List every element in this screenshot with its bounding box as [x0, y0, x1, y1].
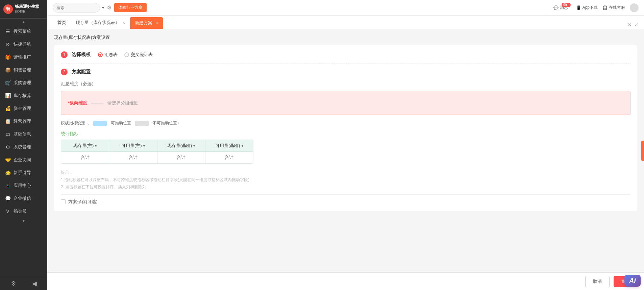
tab-inventory-status[interactable]: 现存量（库存状况表） ✕: [71, 17, 130, 29]
inventory-icon: 📊: [5, 93, 11, 99]
sidebar-item-marketing[interactable]: 🎁 营销推广: [0, 51, 47, 64]
enterprise-wx-icon: 💬: [5, 195, 11, 201]
tab-new-plan[interactable]: 新建方案 ✕: [130, 17, 163, 29]
collapse-icon[interactable]: ◀: [32, 280, 37, 287]
dim-placeholder: 请选择分组维度: [107, 100, 138, 106]
quick-nav-icon: ⊙: [5, 41, 11, 47]
stats-col-0-label: 现存量(主): [73, 143, 94, 149]
app-center-icon: 📱: [5, 183, 11, 189]
app-version: 标准版: [15, 9, 39, 14]
topbar: ▾ ⚙ 体验行业方案 💬 消息 99+ 📱 App下载 🎧 在线客服: [47, 0, 644, 16]
step2-header-row: 2 方案配置: [61, 69, 630, 75]
save-row: 方案保存(可选): [61, 194, 630, 205]
finance-icon: 💰: [5, 105, 11, 112]
dim-separator: ——: [91, 99, 103, 106]
draggable-label: 可拖动位置: [111, 120, 131, 126]
stats-col-2-label: 现存量(基辅): [167, 143, 192, 149]
message-badge: 99+: [562, 3, 571, 7]
app-logo: 畅 畅康通好生意 标准版: [0, 0, 47, 19]
save-label: 方案保存(可选): [68, 199, 98, 205]
radio-cross[interactable]: 交叉统计表: [124, 52, 153, 58]
stats-col-1-dropdown[interactable]: ▾: [143, 144, 145, 148]
dimension-selector[interactable]: *纵向维度 —— 请选择分组维度: [61, 91, 630, 115]
sidebar: 畅 畅康通好生意 标准版 ▲ ☰ 搜索菜单 ⊙ 快捷导航 🎁 营销推广 📦 销售…: [0, 0, 47, 290]
gear-icon[interactable]: ⚙: [107, 4, 112, 11]
avatar[interactable]: [630, 3, 639, 12]
sidebar-item-app-center[interactable]: 📱 应用中心: [0, 179, 47, 192]
settings-icon[interactable]: ⚙: [11, 280, 16, 287]
stats-cell-1: 合计: [109, 152, 157, 163]
download-icon: 📱: [576, 5, 581, 10]
vip-icon: V: [5, 208, 11, 214]
right-scroll-handle[interactable]: [641, 141, 644, 161]
search-input[interactable]: [53, 3, 100, 13]
sidebar-item-enterprise-wx[interactable]: 💬 企业微信: [0, 192, 47, 205]
stats-col-0-dropdown[interactable]: ▾: [95, 144, 97, 148]
sidebar-scroll-down[interactable]: ▼: [0, 218, 47, 224]
stats-col-3-dropdown[interactable]: ▾: [242, 144, 243, 148]
sidebar-scroll-up[interactable]: ▲: [0, 19, 47, 25]
search-dropdown-btn[interactable]: ▾: [102, 5, 104, 10]
operations-icon: 📋: [5, 118, 11, 124]
stats-col-1-label: 可用量(主): [121, 143, 142, 149]
stats-cell-2: 合计: [157, 152, 205, 163]
industry-btn[interactable]: 体验行业方案: [114, 3, 147, 12]
stats-cell-0: 合计: [61, 152, 109, 163]
stats-col-0: 现存量(主) ▾: [61, 140, 109, 151]
sidebar-item-vip[interactable]: V 畅会员: [0, 205, 47, 218]
topbar-search-area: ▾: [53, 3, 104, 13]
step1-label: 选择模板: [72, 52, 91, 58]
app-name: 畅康通好生意: [15, 4, 39, 9]
main-area: ▾ ⚙ 体验行业方案 💬 消息 99+ 📱 App下载 🎧 在线客服 首页: [47, 0, 644, 290]
sidebar-item-basic-info[interactable]: 🗂 基础信息: [0, 128, 47, 141]
sidebar-item-purchase[interactable]: 🛒 采购管理: [0, 76, 47, 89]
tip-2: 2. 点击标题栏下拉可设置排序、插入列和删除列: [61, 185, 146, 189]
close-window-icon[interactable]: ✕: [628, 22, 632, 27]
step1-row: 1 选择模板 汇总表 交叉统计表: [61, 51, 630, 58]
sidebar-item-sys-mgmt[interactable]: ⚙ 系统管理: [0, 141, 47, 153]
plan-config-card: 1 选择模板 汇总表 交叉统计表 2 方案配置: [54, 45, 637, 211]
dimension-required-label: 汇总维度（必选）: [61, 81, 630, 87]
step2-badge: 2: [61, 69, 68, 75]
indicator-row: 模板指标设定（ 可拖动位置 不可拖动位置）: [61, 120, 630, 126]
stats-col-2: 现存量(基辅) ▾: [157, 140, 205, 151]
basic-info-icon: 🗂: [5, 131, 11, 137]
headset-icon: 🎧: [602, 5, 608, 10]
radio-summary[interactable]: 汇总表: [98, 52, 118, 58]
stats-col-2-dropdown[interactable]: ▾: [193, 144, 195, 148]
enterprise-icon: 🤝: [5, 157, 11, 163]
sidebar-item-quick-nav[interactable]: ⊙ 快捷导航: [0, 38, 47, 51]
step2-label: 方案配置: [72, 69, 91, 75]
stats-col-3: 可用量(基辅) ▾: [205, 140, 253, 151]
tab-close-new-plan[interactable]: ✕: [155, 21, 158, 25]
divider1: [61, 64, 630, 64]
tab-close-inventory[interactable]: ✕: [122, 21, 125, 25]
template-radio-group: 汇总表 交叉统计表: [98, 52, 153, 58]
content-area: 现存量(库存状况表)方案设置 1 选择模板 汇总表 交叉统计表: [47, 29, 644, 272]
cancel-button[interactable]: 取消: [585, 276, 610, 287]
stats-col-1: 可用量(主) ▾: [109, 140, 157, 151]
sidebar-item-new-guide[interactable]: 🌟 新手引导: [0, 166, 47, 179]
stats-data-row: 合计 合计 合计 合计: [61, 151, 253, 163]
sidebar-item-inventory[interactable]: 📊 库存核算: [0, 89, 47, 102]
tip-1: 1.拖动标题栏可以调整布局，不可跨维度或指标区域拖动栏目字段(只能在同一维度或指…: [61, 177, 249, 182]
app-download-btn[interactable]: 📱 App下载: [576, 5, 598, 10]
sidebar-item-finance[interactable]: 💰 资金管理: [0, 102, 47, 115]
topbar-left: ▾ ⚙ 体验行业方案: [53, 3, 550, 13]
sidebar-item-operations[interactable]: 📋 经营管理: [0, 115, 47, 128]
message-btn[interactable]: 💬 消息 99+: [553, 5, 568, 10]
expand-window-icon[interactable]: ⤢: [635, 22, 639, 27]
stats-col-3-label: 可用量(基辅): [215, 143, 240, 149]
sidebar-item-search-menu[interactable]: ☰ 搜索菜单: [0, 25, 47, 38]
non-draggable-label: 不可拖动位置）: [153, 120, 181, 126]
tab-home[interactable]: 首页: [53, 17, 71, 29]
ai-badge[interactable]: Ai: [624, 275, 641, 287]
sidebar-item-sales[interactable]: 📦 销售管理: [0, 64, 47, 76]
save-checkbox[interactable]: [61, 199, 66, 204]
step1-badge: 1: [61, 51, 68, 58]
sidebar-item-enterprise[interactable]: 🤝 企业协同: [0, 153, 47, 166]
online-service-btn[interactable]: 🎧 在线客服: [602, 5, 625, 10]
tips-title: 提示：: [61, 170, 73, 175]
stats-cell-3: 合计: [205, 152, 253, 163]
tips-area: 提示： 1.拖动标题栏可以调整布局，不可跨维度或指标区域拖动栏目字段(只能在同一…: [61, 169, 630, 191]
